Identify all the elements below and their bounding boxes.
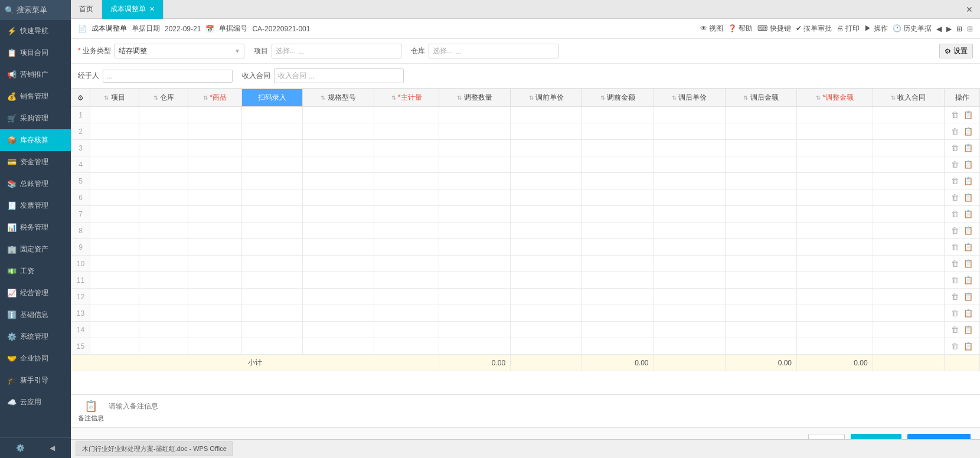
cell-post-amount[interactable] [725, 289, 796, 305]
cell-project[interactable] [90, 272, 139, 289]
cell-income-contract[interactable] [873, 123, 944, 140]
cell-pre-price[interactable] [511, 156, 582, 173]
delete-row-icon[interactable]: 🗑 [951, 309, 959, 318]
warehouse-input[interactable]: 选择... ... [429, 44, 558, 58]
tab-cost-adjust[interactable]: 成本调整单 ✕ [102, 0, 164, 19]
cell-pre-amount[interactable] [582, 338, 654, 355]
cell-post-amount[interactable] [725, 256, 796, 272]
cell-unit[interactable] [374, 239, 439, 256]
cell-warehouse[interactable] [139, 239, 188, 256]
cell-spec[interactable] [303, 256, 374, 272]
cell-adjust-amount[interactable] [797, 206, 873, 223]
cell-post-amount[interactable] [725, 189, 796, 206]
operate-btn[interactable]: ▶ 操作 [864, 24, 887, 34]
sidebar-item-ledger[interactable]: 📚总账管理 [0, 173, 71, 195]
cell-spec[interactable] [303, 239, 374, 256]
cell-project[interactable] [90, 140, 139, 156]
cell-spec[interactable] [303, 107, 374, 123]
nav-prev[interactable]: ◀ [936, 25, 942, 33]
cell-adjust-qty[interactable] [439, 338, 510, 355]
cell-goods[interactable] [188, 123, 242, 140]
window-close-button[interactable]: ✕ [959, 5, 980, 14]
cell-spec[interactable] [303, 338, 374, 355]
cell-post-amount[interactable] [725, 322, 796, 338]
cell-goods[interactable] [188, 173, 242, 189]
copy-row-icon[interactable]: 📋 [963, 259, 973, 268]
cell-goods[interactable] [188, 338, 242, 355]
cell-adjust-qty[interactable] [439, 173, 510, 189]
cell-warehouse[interactable] [139, 338, 188, 355]
sidebar-search[interactable]: 🔍 搜索菜单 [0, 0, 71, 20]
cell-adjust-amount[interactable] [797, 256, 873, 272]
shortcut-btn[interactable]: ⌨ 快捷键 [757, 24, 790, 34]
cell-post-amount[interactable] [725, 156, 796, 173]
sidebar-item-cloud[interactable]: ☁️云应用 [0, 391, 71, 413]
cell-warehouse[interactable] [139, 322, 188, 338]
cell-post-price[interactable] [654, 107, 725, 123]
cell-adjust-amount[interactable] [797, 338, 873, 355]
cell-goods[interactable] [188, 140, 242, 156]
cell-goods[interactable] [188, 239, 242, 256]
delete-row-icon[interactable]: 🗑 [951, 160, 959, 169]
sidebar-item-quick-nav[interactable]: ⚡快速导航 [0, 20, 71, 42]
cell-pre-price[interactable] [511, 289, 582, 305]
cell-warehouse[interactable] [139, 123, 188, 140]
cell-pre-amount[interactable] [582, 107, 654, 123]
copy-row-icon[interactable]: 📋 [963, 243, 973, 251]
cell-income-contract[interactable] [873, 305, 944, 322]
cell-post-amount[interactable] [725, 173, 796, 189]
sidebar-item-beginner[interactable]: 🎓新手引导 [0, 369, 71, 391]
cell-unit[interactable] [374, 140, 439, 156]
delete-row-icon[interactable]: 🗑 [951, 292, 959, 301]
cell-post-price[interactable] [654, 239, 725, 256]
sidebar-item-operations[interactable]: 📈经营管理 [0, 282, 71, 304]
cell-project[interactable] [90, 189, 139, 206]
cell-warehouse[interactable] [139, 256, 188, 272]
cell-goods[interactable] [188, 206, 242, 223]
sidebar-item-inventory[interactable]: 📦库存核算 [0, 129, 71, 151]
cell-spec[interactable] [303, 123, 374, 140]
cell-spec[interactable] [303, 173, 374, 189]
sidebar-item-purchase[interactable]: 🛒采购管理 [0, 107, 71, 129]
cell-unit[interactable] [374, 223, 439, 239]
cell-scan[interactable] [241, 256, 302, 272]
cell-warehouse[interactable] [139, 140, 188, 156]
handler-input[interactable]: ... [103, 70, 233, 83]
cell-scan[interactable] [241, 107, 302, 123]
cell-scan[interactable] [241, 305, 302, 322]
cell-post-price[interactable] [654, 338, 725, 355]
cell-post-price[interactable] [654, 206, 725, 223]
notes-input[interactable] [109, 400, 973, 413]
cell-project[interactable] [90, 156, 139, 173]
cell-post-amount[interactable] [725, 206, 796, 223]
cell-pre-amount[interactable] [582, 206, 654, 223]
cell-pre-price[interactable] [511, 123, 582, 140]
cell-income-contract[interactable] [873, 206, 944, 223]
cell-adjust-qty[interactable] [439, 156, 510, 173]
view-grid-icon[interactable]: ⊞ [956, 25, 962, 33]
cell-project[interactable] [90, 123, 139, 140]
cell-goods[interactable] [188, 189, 242, 206]
sidebar-item-system[interactable]: ⚙️系统管理 [0, 326, 71, 348]
cell-unit[interactable] [374, 123, 439, 140]
cell-income-contract[interactable] [873, 338, 944, 355]
cell-goods[interactable] [188, 305, 242, 322]
cell-post-price[interactable] [654, 189, 725, 206]
copy-row-icon[interactable]: 📋 [963, 193, 973, 202]
cell-pre-amount[interactable] [582, 156, 654, 173]
cell-pre-amount[interactable] [582, 289, 654, 305]
cell-scan[interactable] [241, 223, 302, 239]
view-list-icon[interactable]: ⊟ [967, 25, 973, 33]
cell-goods[interactable] [188, 256, 242, 272]
cell-adjust-qty[interactable] [439, 239, 510, 256]
delete-row-icon[interactable]: 🗑 [951, 143, 959, 152]
cell-post-price[interactable] [654, 140, 725, 156]
cell-income-contract[interactable] [873, 256, 944, 272]
cell-spec[interactable] [303, 140, 374, 156]
cell-scan[interactable] [241, 173, 302, 189]
cell-post-price[interactable] [654, 256, 725, 272]
help-btn[interactable]: ❓ 帮助 [728, 24, 753, 34]
copy-row-icon[interactable]: 📋 [963, 110, 973, 119]
copy-row-icon[interactable]: 📋 [963, 309, 973, 318]
cell-post-price[interactable] [654, 272, 725, 289]
